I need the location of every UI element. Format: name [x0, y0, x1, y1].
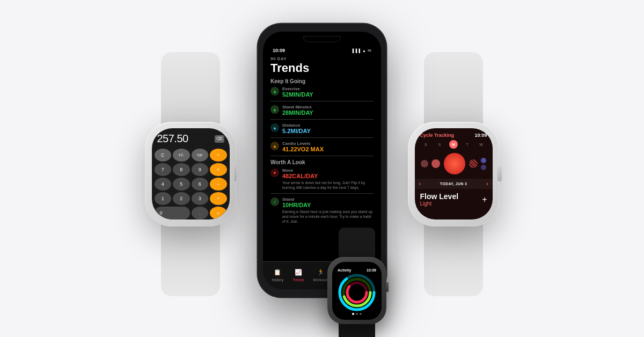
calc-btn-9[interactable]: 9 — [192, 163, 209, 176]
cycle-dots-small — [481, 158, 486, 170]
cycle-day-m: M — [449, 140, 458, 149]
nav-workouts[interactable]: 🏃 Workouts — [313, 267, 328, 282]
worth-a-look-section: Worth A Look ▼ Move 482CAL/DAY Your arro… — [270, 159, 374, 227]
calc-btn-7[interactable]: 7 — [155, 163, 172, 176]
cycle-flow-info: Flow Level Light — [420, 192, 459, 207]
trend-text-stand-minutes: Stand Minutes 28MIN/DAY — [282, 105, 313, 116]
trend-text-stand: Stand 10HR/DAY Earning a Stand hour is j… — [282, 197, 374, 224]
activity-rings-svg — [338, 273, 376, 312]
calc-btn-3[interactable]: 3 — [192, 192, 209, 205]
small-watch-band-top — [339, 228, 375, 260]
cycle-date-nav: ‹ TODAY, JUN 3 › — [415, 179, 493, 189]
calc-btn-2[interactable]: 2 — [173, 192, 190, 205]
nav-history[interactable]: 📋 History — [272, 267, 283, 282]
activity-screen: Activity 10:09 — [332, 262, 382, 320]
calc-btn-c[interactable]: C — [155, 149, 172, 162]
dot-active — [352, 313, 354, 315]
watch-right: Cycle Tracking 10:09 S S M T W — [408, 122, 499, 226]
status-icons: ▐▐▐ ▲ ▭ — [351, 48, 371, 53]
calc-btn-4[interactable]: 4 — [155, 178, 172, 191]
calc-btn-0[interactable]: 0 — [155, 207, 190, 219]
trends-icon: 📈 — [294, 267, 303, 277]
status-bar: 10:09 ▐▐▐ ▲ ▭ — [263, 43, 381, 53]
trend-arrow-distance: ▲ — [270, 123, 279, 132]
trend-item-move: ▼ Move 482CAL/DAY Your arrow is down but… — [270, 168, 374, 194]
activity-rings — [338, 273, 376, 312]
calc-buttons: C +/- TIP ÷ 7 8 9 × 4 5 6 − 1 2 3 + — [152, 147, 230, 219]
watch-crown-right — [497, 166, 502, 181]
watch-right-case: Cycle Tracking 10:09 S S M T W — [408, 122, 499, 226]
watch-right-screen: Cycle Tracking 10:09 S S M T W — [415, 128, 493, 219]
calc-btn-1[interactable]: 1 — [155, 192, 172, 205]
dot-inactive-1 — [356, 313, 358, 315]
cycle-header: Cycle Tracking 10:09 — [415, 128, 493, 140]
trend-item-cardio: ▲ Cardio Levels 41.22VO2 MAX — [270, 141, 374, 156]
watch-band-top — [161, 52, 220, 127]
notch-pill — [303, 36, 341, 42]
activity-title: Activity — [338, 268, 351, 272]
scene: 257.50 ⌫ C +/- TIP ÷ 7 8 9 × 4 5 6 − — [0, 0, 644, 337]
calc-btn-6[interactable]: 6 — [192, 178, 209, 191]
cycle-dots-row — [415, 151, 493, 177]
cycle-prev-button[interactable]: ‹ — [419, 181, 421, 187]
cycle-dot-main — [444, 153, 465, 174]
trend-item-stand: ✓ Stand 10HR/DAY Earning a Stand hour is… — [270, 197, 374, 227]
trend-arrow-move: ▼ — [270, 169, 279, 177]
cycle-flow-section: Flow Level Light + — [415, 189, 493, 209]
trend-text-exercise: Exercise 52MIN/DAY — [282, 86, 313, 98]
watch-screen-left: 257.50 ⌫ C +/- TIP ÷ 7 8 9 × 4 5 6 − — [152, 128, 230, 219]
cycle-day-s1: S — [421, 140, 430, 149]
wifi-icon: ▲ — [362, 49, 366, 53]
nav-history-label: History — [272, 278, 283, 282]
cycle-date: TODAY, JUN 3 — [440, 182, 467, 186]
trends-title: Trends — [270, 61, 374, 75]
calc-btn-multiply[interactable]: × — [210, 163, 227, 176]
worth-a-look-title: Worth A Look — [270, 159, 374, 165]
watch-small-case: Activity 10:09 — [327, 257, 386, 324]
dots-indicator — [352, 313, 362, 315]
signal-icon: ▐▐▐ — [351, 49, 361, 53]
calc-backspace-icon: ⌫ — [215, 135, 224, 143]
cycle-dot-purple — [481, 158, 486, 163]
history-icon: 📋 — [273, 267, 282, 277]
keep-going-label: Keep It Going — [270, 78, 374, 84]
nav-trends[interactable]: 📈 Trends — [292, 267, 304, 282]
nav-workouts-label: Workouts — [313, 278, 328, 282]
watch-crown-left — [235, 166, 236, 181]
trend-arrow-stand-minutes: ▲ — [270, 105, 279, 114]
watch-left: 257.50 ⌫ C +/- TIP ÷ 7 8 9 × 4 5 6 − — [145, 122, 236, 226]
watch-small-container: Activity 10:09 — [327, 257, 386, 324]
cycle-day-s2: S — [435, 140, 444, 149]
calc-btn-8[interactable]: 8 — [173, 163, 190, 176]
watch-band-bottom-left — [161, 221, 220, 296]
calc-btn-subtract[interactable]: − — [210, 178, 227, 191]
calc-btn-equals[interactable]: = — [210, 207, 227, 219]
cycle-time: 10:09 — [474, 133, 487, 138]
trend-item-exercise: ▲ Exercise 52MIN/DAY — [270, 86, 374, 101]
cycle-title: Cycle Tracking — [420, 133, 455, 138]
cycle-dot-1 — [421, 160, 428, 167]
watch-right-band-bottom — [424, 221, 483, 296]
calc-display-number: 257.50 — [157, 133, 188, 145]
status-time: 10:09 — [273, 48, 285, 53]
calc-btn-decimal[interactable]: . — [192, 207, 209, 219]
cycle-flow-value: Light — [420, 201, 459, 207]
calc-btn-plusminus[interactable]: +/- — [173, 149, 190, 162]
calc-btn-divide[interactable]: ÷ — [210, 149, 227, 162]
watch-small-crown — [386, 282, 389, 292]
watch-small-relative: Activity 10:09 — [327, 257, 386, 324]
watch-right-band-top — [424, 52, 483, 127]
calc-btn-add[interactable]: + — [210, 192, 227, 205]
day-label: 90 DAY — [270, 56, 374, 61]
watch-small-screen: Activity 10:09 — [332, 262, 382, 320]
cycle-dot-purple2 — [481, 165, 486, 170]
calc-display: 257.50 ⌫ — [152, 128, 230, 147]
cycle-days: S S M T W — [415, 140, 493, 149]
cycle-dot-4 — [469, 159, 478, 168]
calc-btn-tip[interactable]: TIP — [192, 149, 209, 162]
cycle-day-w: W — [477, 140, 486, 149]
cycle-plus-button[interactable]: + — [482, 195, 487, 204]
cycle-dot-2 — [431, 159, 440, 168]
cycle-next-button[interactable]: › — [486, 181, 488, 187]
calc-btn-5[interactable]: 5 — [173, 178, 190, 191]
